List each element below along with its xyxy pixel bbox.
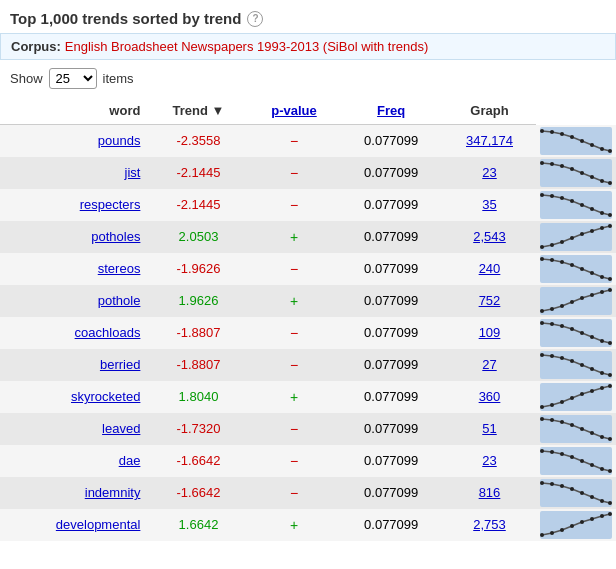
svg-point-58 <box>560 356 564 360</box>
col-graph: Graph <box>443 97 536 125</box>
svg-point-31 <box>608 224 612 228</box>
word-link[interactable]: indemnity <box>85 485 141 500</box>
graph-cell <box>536 221 616 253</box>
svg-point-49 <box>550 322 554 326</box>
svg-point-3 <box>570 135 574 139</box>
svg-point-68 <box>580 392 584 396</box>
sparkline-container <box>540 159 612 187</box>
svg-point-70 <box>600 386 604 390</box>
sign-indicator: − <box>290 325 298 341</box>
freq-value[interactable]: 816 <box>479 485 501 500</box>
word-link[interactable]: berried <box>100 357 140 372</box>
word-link[interactable]: leaved <box>102 421 140 436</box>
word-link[interactable]: stereos <box>98 261 141 276</box>
show-bar: Show 25 50 100 items <box>0 60 616 97</box>
corpus-bar: Corpus: English Broadsheet Newspapers 19… <box>0 33 616 60</box>
table-row: jist -2.1445 − 0.077099 23 <box>0 157 616 189</box>
svg-point-40 <box>540 309 544 313</box>
word-cell: respecters <box>0 189 148 221</box>
trend-value: -2.1445 <box>176 197 220 212</box>
table-row: skyrocketed 1.8040 + 0.077099 360 <box>0 381 616 413</box>
svg-point-36 <box>580 267 584 271</box>
col-pvalue[interactable]: p-value <box>249 97 340 125</box>
svg-point-83 <box>570 455 574 459</box>
trend-cell: 1.8040 <box>148 381 248 413</box>
svg-point-4 <box>580 139 584 143</box>
svg-point-46 <box>600 290 604 294</box>
title-text: Top 1,000 trends sorted by trend <box>10 10 241 27</box>
trend-cell: -1.8807 <box>148 349 248 381</box>
sparkline-container <box>540 191 612 219</box>
sparkline-container <box>540 223 612 251</box>
freq-value[interactable]: 360 <box>479 389 501 404</box>
svg-point-6 <box>600 147 604 151</box>
word-link[interactable]: developmental <box>56 517 141 532</box>
help-icon[interactable]: ? <box>247 11 263 27</box>
pvalue-value: 0.077099 <box>364 485 418 500</box>
svg-point-25 <box>550 243 554 247</box>
word-link[interactable]: respecters <box>80 197 141 212</box>
freq-link[interactable]: Freq <box>377 103 405 118</box>
table-row: respecters -2.1445 − 0.077099 35 <box>0 189 616 221</box>
sign-indicator: + <box>290 293 298 309</box>
freq-value[interactable]: 2,753 <box>473 517 506 532</box>
svg-point-77 <box>590 431 594 435</box>
pvalue-value: 0.077099 <box>364 197 418 212</box>
sparkline-container <box>540 383 612 411</box>
svg-point-30 <box>600 226 604 230</box>
word-link[interactable]: pothole <box>98 293 141 308</box>
svg-point-47 <box>608 288 612 292</box>
svg-point-72 <box>540 417 544 421</box>
sparkline-container <box>540 351 612 379</box>
word-cell: berried <box>0 349 148 381</box>
svg-point-73 <box>550 418 554 422</box>
freq-value[interactable]: 23 <box>482 165 496 180</box>
svg-point-33 <box>550 258 554 262</box>
svg-point-67 <box>570 396 574 400</box>
svg-point-14 <box>600 179 604 183</box>
sparkline-container <box>540 319 612 347</box>
word-link[interactable]: potholes <box>91 229 140 244</box>
svg-point-89 <box>550 482 554 486</box>
freq-value[interactable]: 752 <box>479 293 501 308</box>
svg-point-84 <box>580 459 584 463</box>
svg-point-91 <box>570 487 574 491</box>
svg-point-60 <box>580 363 584 367</box>
svg-point-78 <box>600 435 604 439</box>
word-link[interactable]: skyrocketed <box>71 389 140 404</box>
svg-point-90 <box>560 484 564 488</box>
freq-value[interactable]: 23 <box>482 453 496 468</box>
col-trend[interactable]: Trend ▼ <box>148 97 248 125</box>
sparkline-container <box>540 447 612 475</box>
svg-point-76 <box>580 427 584 431</box>
trend-cell: -1.6642 <box>148 445 248 477</box>
col-freq[interactable]: Freq <box>339 97 443 125</box>
word-link[interactable]: coachloads <box>75 325 141 340</box>
freq-value[interactable]: 35 <box>482 197 496 212</box>
freq-value[interactable]: 240 <box>479 261 501 276</box>
freq-value[interactable]: 347,174 <box>466 133 513 148</box>
svg-point-98 <box>560 528 564 532</box>
pvalue-link[interactable]: p-value <box>271 103 317 118</box>
word-link[interactable]: dae <box>119 453 141 468</box>
svg-point-12 <box>580 171 584 175</box>
graph-cell <box>536 317 616 349</box>
svg-point-15 <box>608 181 612 185</box>
freq-value[interactable]: 2,543 <box>473 229 506 244</box>
freq-value[interactable]: 109 <box>479 325 501 340</box>
word-link[interactable]: pounds <box>98 133 141 148</box>
svg-point-65 <box>550 403 554 407</box>
svg-point-5 <box>590 143 594 147</box>
corpus-link[interactable]: English Broadsheet Newspapers 1993-2013 … <box>65 39 428 54</box>
word-link[interactable]: jist <box>125 165 141 180</box>
trend-cell: -1.8807 <box>148 317 248 349</box>
svg-point-64 <box>540 405 544 409</box>
freq-cell: 109 <box>443 317 536 349</box>
graph-cell <box>536 125 616 157</box>
freq-value[interactable]: 27 <box>482 357 496 372</box>
show-select[interactable]: 25 50 100 <box>49 68 97 89</box>
svg-point-21 <box>590 207 594 211</box>
table-row: developmental 1.6642 + 0.077099 2,753 <box>0 509 616 541</box>
freq-value[interactable]: 51 <box>482 421 496 436</box>
svg-point-103 <box>608 512 612 516</box>
